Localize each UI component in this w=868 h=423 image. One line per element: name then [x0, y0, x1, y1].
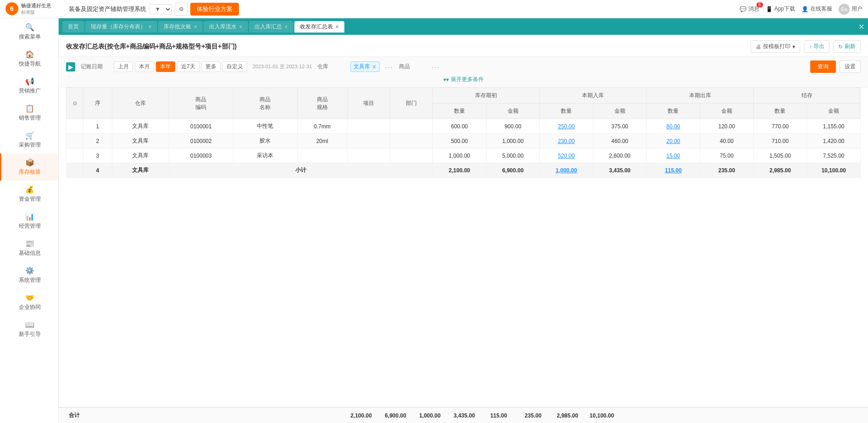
page-header: 收发存汇总表(按仓库+商品编码+商品+规格型号+项目+部门) 🖨 按模板打印 ▾… [59, 35, 868, 57]
home-icon: 🏠 [25, 50, 34, 59]
sidebar-item-label: 基础信息 [19, 249, 41, 257]
date-btn-this-year[interactable]: 本年 [156, 61, 175, 72]
date-btn-7days[interactable]: 近7天 [177, 61, 199, 72]
row-project [347, 134, 390, 148]
warehouse-more-dots[interactable]: ··· [385, 63, 393, 71]
main-layout: 🔍 搜索菜单 🏠 快捷导航 📢 营销推广 📋 销售管理 🛒 采购管理 📦 库存核… [0, 18, 868, 423]
user-label: 用户 [851, 5, 862, 13]
tab-close-batch[interactable]: ✕ [194, 24, 197, 29]
tab-flow[interactable]: 出入库流水 ✕ [204, 21, 248, 33]
sales-icon: 📋 [25, 104, 34, 113]
goods-filter-label: 商品 [399, 63, 426, 71]
date-range-display: 2023-01-01 至 2023-12-31 [253, 63, 312, 70]
print-icon: 🖨 [756, 44, 761, 50]
table-header-closing-qty: 数量 [753, 104, 807, 119]
footer-opening-qty: 2,100.00 [344, 412, 378, 419]
sidebar-item-label: 新手引导 [19, 330, 41, 338]
warehouse-tag-close[interactable]: ✕ [372, 64, 376, 70]
table-row: 3 文具库 0100003 采访本 1,000.00 5,000.00 520.… [66, 148, 861, 163]
tab-close-receive-summary[interactable]: ✕ [335, 24, 339, 29]
enterprise-icon: 🤝 [25, 293, 34, 302]
table-header-warehouse: 仓库 [112, 88, 169, 119]
row-spec: 0.7mm [297, 119, 347, 134]
row-closing-qty: 770.00 [753, 119, 807, 134]
tab-summary[interactable]: 出入库汇总 ✕ [249, 21, 293, 33]
sidebar-item-system[interactable]: ⚙️ 系统管理 [0, 262, 58, 289]
tab-close-summary[interactable]: ✕ [284, 24, 288, 29]
row-project [347, 119, 390, 134]
tab-label: 出入库流水 [209, 23, 237, 31]
row-out-qty[interactable]: 15.00 [647, 148, 700, 163]
online-service-label: 在线客服 [810, 5, 832, 13]
tab-close-stock-dist[interactable]: ✕ [148, 24, 152, 29]
row-opening-amt: 1,000.00 [486, 134, 540, 148]
sidebar-item-marketing[interactable]: 📢 营销推广 [0, 72, 58, 99]
row-in-qty[interactable]: 250.00 [540, 119, 593, 134]
row-in-qty[interactable]: 520.00 [540, 148, 593, 163]
filter-toggle-button[interactable]: ▶ [66, 62, 75, 71]
print-button[interactable]: 🖨 按模板打印 ▾ [751, 40, 800, 53]
sidebar-item-inventory[interactable]: 📦 库存核算 [0, 154, 58, 181]
row-out-qty[interactable]: 20.00 [647, 134, 700, 148]
expand-icon: ▾▾ [443, 77, 449, 83]
tab-stock-dist[interactable]: 现存量（库存分布表） ✕ [85, 21, 157, 33]
message-button[interactable]: 💬 消息 6 [740, 5, 759, 13]
row-code: 0100001 [169, 119, 233, 134]
sidebar-item-purchase[interactable]: 🛒 采购管理 [0, 126, 58, 154]
download-icon: 📱 [766, 6, 773, 12]
tab-receive-summary[interactable]: 收发存汇总表 ✕ [294, 21, 344, 33]
search-icon: 🔍 [25, 23, 34, 32]
system-title-area: 装备及固定资产辅助管理系统 ▼ ⚙ 体验行业方案 [69, 3, 735, 16]
date-btn-custom[interactable]: 自定义 [222, 61, 247, 72]
row-spec [297, 148, 347, 163]
refresh-button[interactable]: ↻ 刷新 [833, 40, 861, 53]
sidebar-item-finance[interactable]: 💰 资金管理 [0, 181, 58, 208]
sidebar-item-label: 销售管理 [19, 114, 41, 122]
tab-batch[interactable]: 库存批次账 ✕ [158, 21, 203, 33]
settings-icon-button[interactable]: ⚙ [175, 3, 188, 16]
subtotal-out-amt: 235.00 [700, 163, 754, 178]
sidebar-item-quicknav[interactable]: 🏠 快捷导航 [0, 45, 58, 72]
goods-more-dots[interactable]: ··· [432, 63, 440, 71]
tab-bar: 首页 现存量（库存分布表） ✕ 库存批次账 ✕ 出入库流水 ✕ 出入库汇总 ✕ … [59, 18, 868, 35]
table-header-closing-amt: 金额 [807, 104, 861, 119]
row-num: 1 [83, 119, 112, 134]
print-label: 按模板打印 [763, 43, 791, 50]
logo-text: 畅捷通好生意 [21, 2, 51, 9]
subtotal-closing-qty: 2,985.00 [753, 163, 807, 178]
settings-small-button[interactable]: 设置 [840, 60, 861, 73]
tab-home[interactable]: 首页 [62, 21, 84, 33]
tab-label: 首页 [68, 23, 79, 31]
expand-more-button[interactable]: ▾▾ 展开更多条件 [443, 76, 484, 83]
tab-close-flow[interactable]: ✕ [239, 24, 243, 29]
trial-button[interactable]: 体验行业方案 [190, 3, 239, 16]
sidebar-item-label: 企业协同 [19, 303, 41, 311]
online-service-button[interactable]: 👤 在线客服 [802, 5, 832, 13]
system-dropdown[interactable]: ▼ [149, 4, 172, 14]
date-btn-this-month[interactable]: 本月 [135, 61, 154, 72]
row-warehouse: 文具库 [112, 119, 169, 134]
sidebar-item-enterprise[interactable]: 🤝 企业协同 [0, 289, 58, 316]
table-header-spec: 商品规格 [297, 88, 347, 119]
export-button[interactable]: ↑ 导出 [804, 40, 829, 53]
column-settings-icon[interactable]: ⚙ [72, 100, 77, 107]
date-btn-more[interactable]: 更多 [201, 61, 221, 72]
date-btn-last-month[interactable]: 上月 [114, 61, 133, 72]
sidebar-item-sales[interactable]: 📋 销售管理 [0, 99, 58, 126]
sidebar-item-search[interactable]: 🔍 搜索菜单 [0, 18, 58, 45]
table-header-in: 本期入库 [540, 88, 647, 104]
row-in-qty[interactable]: 230.00 [540, 134, 593, 148]
sidebar-item-operation[interactable]: 📊 经营管理 [0, 208, 58, 235]
close-all-tabs-button[interactable]: ✕ [858, 22, 864, 31]
sidebar-item-base[interactable]: 📰 基础信息 [0, 235, 58, 262]
sidebar-item-label: 采购管理 [19, 141, 41, 149]
table-container: ⚙ 序 仓库 商品编码 商品名称 商品规格 项目 部门 库存期初 本期入库 本期… [59, 88, 868, 185]
sidebar-item-guide[interactable]: 📖 新手引导 [0, 316, 58, 343]
logo-icon: 6 [6, 2, 18, 15]
row-out-qty[interactable]: 80.00 [647, 119, 700, 134]
date-buttons: 上月 本月 本年 近7天 更多 自定义 [114, 61, 247, 72]
warehouse-filter-label: 仓库 [317, 63, 345, 71]
query-button[interactable]: 查询 [810, 60, 836, 73]
app-download-button[interactable]: 📱 App下载 [766, 5, 795, 13]
user-button[interactable]: Ea 用户 [839, 4, 862, 15]
